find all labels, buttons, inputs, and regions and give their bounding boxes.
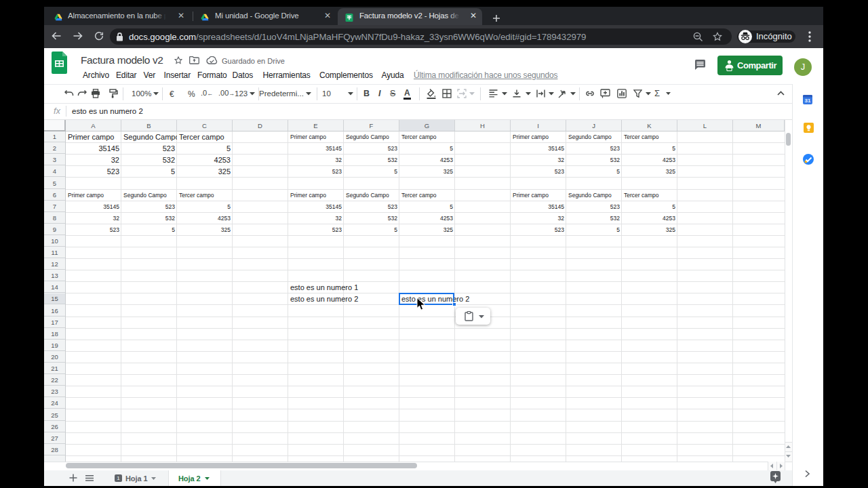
svg-text:31: 31	[805, 98, 811, 104]
